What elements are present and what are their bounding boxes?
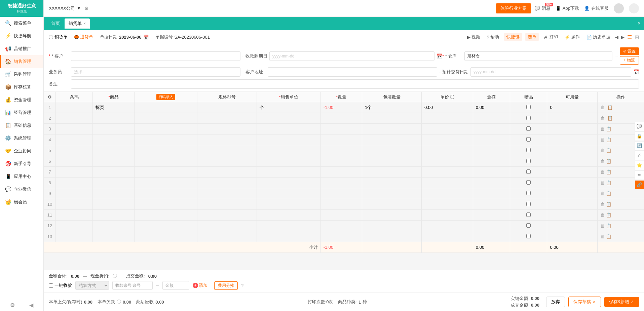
row-amount[interactable] <box>473 178 510 188</box>
row-spec[interactable] <box>197 188 257 199</box>
rfloat-btn-4[interactable]: 🖊 <box>635 151 644 160</box>
rfloat-btn-5[interactable]: ⭐ <box>635 161 644 170</box>
row-amount[interactable] <box>473 221 510 231</box>
row-unit[interactable] <box>257 156 320 167</box>
gift-checkbox[interactable] <box>526 159 531 163</box>
row-barcode[interactable] <box>56 178 93 188</box>
sidebar-item-system[interactable]: ⚙️ 系统管理 <box>0 132 43 145</box>
row-spec[interactable] <box>197 231 257 242</box>
sidebar-item-purchase[interactable]: 🛒 采购管理 <box>0 68 43 81</box>
row-amount[interactable] <box>473 124 510 134</box>
row-unit[interactable] <box>257 145 320 156</box>
radio-return-input[interactable] <box>74 35 79 39</box>
gift-checkbox[interactable] <box>526 126 531 131</box>
customer-input[interactable] <box>71 51 240 61</box>
scan-btn[interactable]: 扫码录入 <box>156 94 175 100</box>
choose-btn[interactable]: 选单 <box>525 33 539 41</box>
copy-icon[interactable]: 📋 <box>606 148 611 153</box>
row-spec[interactable] <box>197 113 257 124</box>
row-barcode[interactable] <box>56 134 93 145</box>
save-new-button[interactable]: 保存&新增 ∧ <box>604 297 639 307</box>
row-spec[interactable] <box>197 167 257 178</box>
row-spec[interactable] <box>197 124 257 134</box>
online-service-button[interactable]: 👤 在线客服 <box>584 5 609 11</box>
payment-method-select[interactable]: 结算方式 <box>75 281 109 290</box>
company-selector[interactable]: XXXXXX公司 ▼ <box>49 5 81 11</box>
row-price[interactable] <box>421 113 473 124</box>
sidebar-item-apps[interactable]: 📱 应用中心 <box>0 170 43 183</box>
gift-checkbox[interactable] <box>526 191 531 195</box>
radio-sales-input[interactable] <box>49 35 53 39</box>
row-product[interactable]: 拆页 <box>93 102 134 113</box>
gift-checkbox[interactable] <box>526 223 531 228</box>
expected-date-input[interactable]: yyyy-mm-dd <box>470 67 631 77</box>
app-download-button[interactable]: 📱 App下载 <box>556 5 579 11</box>
copy-icon[interactable]: 📋 <box>606 159 611 164</box>
row-price[interactable] <box>421 188 473 199</box>
row-product[interactable] <box>93 210 134 221</box>
row-pkg-qty[interactable] <box>362 231 421 242</box>
row-pkg-qty[interactable] <box>362 221 421 231</box>
delete-icon[interactable]: 🗑 <box>600 169 605 174</box>
history-btn[interactable]: 📄 历史单据 <box>584 33 612 41</box>
salesperson-input[interactable]: 选择... <box>71 67 240 77</box>
tab-sales-order[interactable]: 销货单 × <box>65 18 90 29</box>
sidebar-item-guide[interactable]: 🎯 新手引导 <box>0 157 43 170</box>
row-qty[interactable] <box>320 231 362 242</box>
warehouse-input[interactable]: 建材仓 <box>464 51 612 61</box>
delete-icon[interactable]: 🗑 <box>600 105 605 110</box>
row-amount[interactable]: 0.00 <box>473 102 510 113</box>
copy-icon[interactable]: 📋 <box>606 202 611 207</box>
row-spec[interactable] <box>197 210 257 221</box>
note-input[interactable] <box>71 79 639 89</box>
tab-home[interactable]: 首页 <box>47 18 64 29</box>
gift-checkbox[interactable] <box>526 116 531 120</box>
row-pkg-qty[interactable] <box>362 156 421 167</box>
sidebar-item-finance[interactable]: 💰 资金管理 <box>0 93 43 106</box>
row-price[interactable] <box>421 178 473 188</box>
sidebar-item-sales[interactable]: 🏠 销售管理 <box>0 55 43 68</box>
row-unit[interactable]: 个 <box>257 102 320 113</box>
due-date-calendar-icon[interactable]: 📅 <box>437 53 442 59</box>
row-product[interactable] <box>93 156 134 167</box>
rfloat-btn-3[interactable]: 🔄 <box>635 141 644 151</box>
sidebar-item-quick-nav[interactable]: ⚡ 快捷导航 <box>0 30 43 42</box>
copy-icon[interactable]: 📋 <box>607 105 613 110</box>
row-amount[interactable] <box>473 231 510 242</box>
row-gift[interactable] <box>510 102 547 113</box>
row-qty[interactable] <box>320 188 362 199</box>
row-barcode[interactable] <box>56 113 93 124</box>
copy-icon[interactable]: 📋 <box>606 191 611 196</box>
row-amount[interactable] <box>473 167 510 178</box>
gift-checkbox[interactable] <box>526 169 531 174</box>
gift-checkbox[interactable] <box>526 202 531 206</box>
view-grid-icon[interactable]: ⊞ <box>635 34 639 40</box>
delete-icon[interactable]: 🗑 <box>600 180 605 185</box>
delete-icon[interactable]: 🗑 <box>600 212 605 218</box>
tab-close-icon[interactable]: × <box>83 21 86 26</box>
row-amount[interactable] <box>473 145 510 156</box>
row-product[interactable] <box>93 134 134 145</box>
delete-icon[interactable]: 🗑 <box>600 137 605 142</box>
copy-icon[interactable]: 📋 <box>606 137 611 142</box>
delete-icon[interactable]: 🗑 <box>600 159 605 164</box>
row-pkg-qty[interactable]: 1个 <box>362 102 421 113</box>
gift-checkbox[interactable] <box>526 234 531 238</box>
row-amount[interactable] <box>473 188 510 199</box>
row-amount[interactable] <box>473 210 510 221</box>
calendar-icon[interactable]: 📅 <box>143 35 149 40</box>
row-pkg-qty[interactable] <box>362 134 421 145</box>
customer-addr-input[interactable] <box>268 67 437 77</box>
logistics-button[interactable]: + 物流 <box>620 56 639 65</box>
row-amount[interactable] <box>473 156 510 167</box>
account-dots[interactable]: ··· <box>156 283 159 287</box>
save-draft-button[interactable]: 保存草稿 ∧ <box>568 297 601 307</box>
row-pkg-qty[interactable] <box>362 199 421 210</box>
avatar[interactable] <box>614 3 624 13</box>
row-product[interactable] <box>93 221 134 231</box>
message-button[interactable]: 💬 消息 99+ <box>535 5 551 11</box>
sidebar-item-basic[interactable]: 📋 基础信息 <box>0 119 43 132</box>
gift-checkbox[interactable] <box>526 212 531 217</box>
row-barcode[interactable] <box>56 167 93 178</box>
print-btn[interactable]: 🖨 打印 <box>542 33 560 41</box>
